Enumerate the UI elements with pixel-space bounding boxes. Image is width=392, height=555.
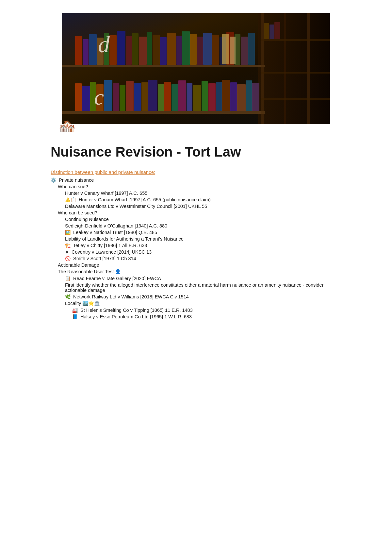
svg-rect-66 (230, 37, 236, 64)
item-text: Continuing Nuisance (65, 217, 109, 222)
book-icon: 📘 (72, 314, 78, 319)
list-item: 🏭 St Helen's Smelting Co v Tipping [1865… (51, 307, 341, 313)
list-item: Hunter v Canary Wharf [1997] A.C. 655 (51, 190, 341, 196)
svg-rect-50 (230, 82, 237, 111)
svg-rect-57 (284, 13, 286, 124)
svg-rect-22 (203, 33, 212, 65)
svg-rect-3 (62, 111, 265, 114)
item-text: Sedleigh-Denfield v O'Callaghan [1940] A… (65, 223, 167, 228)
construction-icon: 🏗️ (65, 243, 71, 248)
svg-rect-43 (178, 80, 186, 111)
svg-rect-5 (83, 39, 89, 65)
svg-rect-37 (134, 83, 141, 111)
svg-rect-35 (120, 85, 125, 111)
svg-rect-51 (237, 84, 246, 111)
item-text: Who can sue? (58, 184, 88, 189)
svg-rect-42 (172, 84, 178, 111)
item-text: Network Railway Ltd v Williams [2018] EW… (73, 294, 189, 299)
svg-rect-36 (126, 81, 134, 111)
list-item: ⚠️📋 Hunter v Canary Wharf [1997] A.C. 65… (51, 196, 341, 203)
svg-rect-56 (261, 13, 264, 124)
svg-rect-38 (141, 82, 148, 111)
item-text: Locality 🏙️⭐🏛️ (65, 301, 100, 306)
svg-rect-47 (208, 83, 216, 111)
list-item: 🚫 Smith v Scott [1973] 1 Ch 314 (51, 255, 341, 262)
warning-doc-icon: ⚠️📋 (65, 197, 76, 202)
list-item: 🏗️ Tetley v Chitty [1986] 1 All E.R. 633 (51, 242, 341, 249)
svg-rect-12 (132, 33, 139, 65)
plant-icon: 🌿 (65, 294, 71, 299)
section-heading: Distinction between public and private n… (51, 169, 341, 175)
svg-rect-41 (164, 82, 171, 111)
svg-rect-58 (307, 13, 310, 124)
svg-rect-4 (75, 36, 82, 65)
list-item: ❋ Coventry v Lawrence [2014] UKSC 13 (51, 249, 341, 255)
svg-rect-59 (261, 39, 330, 41)
factory-icon: 🏭 (72, 308, 78, 313)
item-text: Hunter v Canary Wharf [1997] A.C. 655 (65, 191, 147, 196)
item-text: Smith v Scott [1973] 1 Ch 314 (73, 256, 136, 261)
list-item: 🌿 Network Railway Ltd v Williams [2018] … (51, 294, 341, 300)
list-item: The Reasonable User Test 👤 (51, 268, 341, 275)
svg-rect-44 (187, 83, 192, 111)
svg-rect-34 (113, 83, 119, 111)
svg-rect-9 (109, 35, 117, 65)
svg-rect-27 (241, 37, 248, 65)
svg-rect-6 (89, 34, 97, 65)
item-text: Read Fearne v Tate Gallery [2020] EWCA (73, 276, 161, 281)
doc-icon: 📋 (65, 276, 71, 281)
hero-container: d c 🏘️ (62, 13, 330, 124)
list-item: First identify whether the alleged inter… (51, 282, 341, 294)
svg-rect-39 (148, 80, 157, 111)
svg-rect-61 (261, 98, 330, 100)
list-item: 🖼️ Leakey v National Trust [1980] Q.B. 4… (51, 229, 341, 236)
svg-rect-13 (139, 37, 147, 65)
item-text: Tetley v Chitty [1986] 1 All E.R. 633 (73, 243, 147, 248)
svg-rect-40 (158, 84, 164, 111)
outline-list: ⚙️ Private nuisance Who can sue? Hunter … (51, 177, 341, 320)
item-text: St Helen's Smelting Co v Tipping [1865] … (80, 308, 193, 313)
svg-rect-33 (104, 80, 112, 111)
svg-rect-62 (264, 23, 269, 39)
svg-rect-20 (190, 34, 197, 65)
svg-rect-21 (197, 37, 203, 65)
list-item: Locality 🏙️⭐🏛️ (51, 300, 341, 307)
list-item: Sedleigh-Denfield v O'Callaghan [1940] A… (51, 223, 341, 229)
list-item: Who can be sued? (51, 210, 341, 216)
svg-text:d: d (98, 31, 110, 58)
outline-section: Distinction between public and private n… (51, 169, 341, 320)
list-item: ⚙️ Private nuisance (51, 177, 341, 183)
svg-rect-28 (248, 33, 255, 65)
house-emoji: 🏘️ (59, 118, 76, 134)
page-footer: Nuisance Revision - Tort Law 1 (51, 554, 341, 555)
item-text: Private nuisance (59, 177, 94, 183)
svg-rect-16 (160, 37, 167, 65)
item-text: Who can be sued? (58, 210, 97, 215)
svg-rect-17 (167, 33, 176, 65)
image-icon: 🖼️ (65, 230, 71, 235)
hero-image: d c (62, 13, 330, 124)
svg-rect-64 (274, 22, 280, 39)
item-text: Liability of Landlords for Authorising a… (65, 236, 184, 242)
svg-rect-45 (193, 85, 201, 111)
svg-rect-52 (246, 80, 252, 111)
svg-rect-23 (212, 35, 219, 65)
svg-rect-49 (222, 80, 230, 111)
svg-rect-60 (261, 72, 330, 74)
list-item: Actionable Damage (51, 262, 341, 268)
gear-icon: ⚙️ (51, 177, 56, 183)
svg-rect-63 (270, 25, 274, 39)
item-text: Actionable Damage (58, 262, 99, 268)
list-item: 📘 Halsey v Esso Petroleum Co Ltd [1965] … (51, 313, 341, 320)
item-text: Hunter v Canary Wharf [1997] A.C. 655 (p… (79, 197, 211, 202)
svg-rect-2 (62, 65, 265, 67)
svg-text:c: c (94, 85, 104, 109)
item-text: Delaware Mansions Ltd v Westminster City… (65, 204, 207, 209)
svg-rect-10 (117, 31, 125, 65)
svg-rect-15 (153, 35, 160, 65)
svg-rect-30 (82, 86, 90, 111)
item-text: Coventry v Lawrence [2014] UKSC 13 (72, 249, 152, 255)
svg-rect-53 (252, 83, 259, 111)
svg-rect-46 (202, 81, 208, 111)
list-item: Continuing Nuisance (51, 216, 341, 223)
